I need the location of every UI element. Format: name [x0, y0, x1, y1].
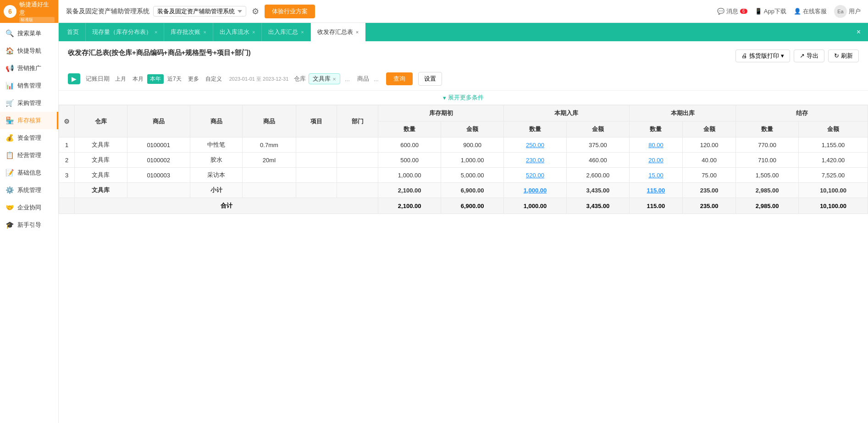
cell-spec-2 — [243, 168, 296, 183]
tabs-close-all-button[interactable]: × — [851, 28, 866, 36]
tab-label-4: 出入库汇总 — [268, 28, 298, 36]
filter-toggle-button[interactable]: ▶ — [68, 73, 80, 84]
cell-warehouse-1: 文具库 — [75, 153, 127, 168]
refresh-button[interactable]: ↻ 刷新 — [828, 49, 859, 62]
cell-no-3 — [59, 183, 75, 198]
cell-name-1: 胶水 — [190, 153, 243, 168]
trial-button[interactable]: 体验行业方案 — [265, 5, 315, 18]
sidebar-label-4: 采购管理 — [17, 99, 41, 107]
date-buttons: 上月本月本年近7天更多自定义 — [112, 74, 225, 84]
warehouse-tag[interactable]: 文具库 × — [309, 73, 340, 84]
cell-out-qty-0[interactable]: 80.00 — [629, 137, 682, 153]
sidebar-icon-2: 📢 — [6, 64, 14, 72]
user-menu[interactable]: Ea 用户 — [834, 5, 861, 18]
warehouse-filter-group: 仓库 文具库 × ... — [294, 73, 351, 84]
cell-out-qty-3[interactable]: 115.00 — [629, 183, 682, 198]
tab-5[interactable]: 收发存汇总表× — [311, 23, 365, 41]
online-service-button[interactable]: 👤 在线客服 — [794, 7, 827, 16]
cell-in-qty-2[interactable]: 520.00 — [504, 168, 567, 183]
sidebar-item-1[interactable]: 🏠快捷导航 — [0, 42, 58, 60]
message-button[interactable]: 💬 消息 6 — [717, 7, 747, 16]
query-button[interactable]: 查询 — [386, 72, 413, 85]
data-table: ⚙ 仓库 商品 商品 商品 项目 部门 库存期初 本期入库 本期出库 结存 — [59, 105, 868, 214]
cell-out-amount-2: 75.00 — [683, 168, 736, 183]
tab-2[interactable]: 库存批次账× — [164, 23, 213, 41]
cell-name-0: 中性笔 — [190, 137, 243, 153]
topbar-settings-button[interactable]: ⚙ — [250, 5, 261, 18]
tab-3[interactable]: 出入库流水× — [213, 23, 262, 41]
tab-4[interactable]: 出入库汇总× — [262, 23, 310, 41]
cell-out-amount-1: 40.00 — [683, 153, 736, 168]
date-btn-本年[interactable]: 本年 — [147, 74, 164, 84]
print-button[interactable]: 🖨 拣货版打印 ▾ — [735, 49, 790, 62]
print-icon: 🖨 — [741, 52, 747, 59]
date-btn-上月[interactable]: 上月 — [112, 74, 129, 84]
system-select[interactable]: 装备及固定资产辅助管理系统 — [153, 6, 246, 16]
cell-out-qty-1[interactable]: 20.00 — [629, 153, 682, 168]
col-out-amount-header: 金额 — [683, 121, 736, 137]
date-btn-近7天[interactable]: 近7天 — [165, 74, 184, 84]
message-badge: 6 — [740, 9, 747, 14]
tab-close-2[interactable]: × — [203, 29, 206, 35]
sidebar-item-2[interactable]: 📢营销推广 — [0, 60, 58, 77]
sidebar-item-10[interactable]: 🤝企业协同 — [0, 199, 58, 216]
sidebar-item-9[interactable]: ⚙️系统管理 — [0, 181, 58, 199]
date-btn-自定义[interactable]: 自定义 — [203, 74, 225, 84]
cell-close-qty-1: 710.00 — [736, 153, 799, 168]
cell-out-qty-2[interactable]: 15.00 — [629, 168, 682, 183]
cell-spec-1: 20ml — [243, 153, 296, 168]
table-footer-row: 合计 2,100.00 6,900.00 1,000.00 3,435.00 1… — [59, 198, 868, 214]
cell-name-3: 小计 — [190, 183, 243, 198]
cell-name-2: 采访本 — [190, 168, 243, 183]
warehouse-tag-close[interactable]: × — [332, 76, 336, 82]
goods-filter-group: 商品 ... — [357, 75, 381, 83]
settings-button[interactable]: 设置 — [418, 72, 442, 86]
sidebar-item-6[interactable]: 💰资金管理 — [0, 129, 58, 147]
tab-close-3[interactable]: × — [252, 29, 255, 35]
cell-close-qty-2: 1,505.00 — [736, 168, 799, 183]
sidebar-item-11[interactable]: 🎓新手引导 — [0, 216, 58, 234]
cell-in-qty-1[interactable]: 230.00 — [504, 153, 567, 168]
tab-close-4[interactable]: × — [301, 29, 304, 35]
table-row-3: 文具库 小计 2,100.00 6,900.00 1,000.00 3,435.… — [59, 183, 868, 198]
sidebar-label-8: 基础信息 — [17, 169, 41, 177]
tab-close-5[interactable]: × — [356, 29, 359, 35]
cell-in-amount-3: 3,435.00 — [566, 183, 629, 198]
sidebar-label-0: 搜索菜单 — [17, 29, 41, 38]
cell-dept-2 — [337, 168, 378, 183]
cell-open-amount-3: 6,900.00 — [441, 183, 504, 198]
cell-in-qty-0[interactable]: 250.00 — [504, 137, 567, 153]
sidebar-item-7[interactable]: 📋经营管理 — [0, 147, 58, 164]
tab-close-1[interactable]: × — [155, 29, 157, 35]
cell-in-qty-3[interactable]: 1,000.00 — [504, 183, 567, 198]
col-spec-header: 商品 — [243, 105, 296, 137]
system-title: 装备及固定资产辅助管理系统 — [66, 7, 149, 16]
cell-close-amount-3: 10,100.00 — [799, 183, 868, 198]
sidebar-icon-4: 🛒 — [6, 99, 14, 107]
chevron-down-icon: ▾ — [781, 52, 784, 59]
settings-col-icon[interactable]: ⚙ — [64, 118, 70, 125]
tab-1[interactable]: 现存量（库存分布表）× — [86, 23, 164, 41]
sidebar-item-3[interactable]: 📊销售管理 — [0, 77, 58, 94]
footer-in-amount: 3,435.00 — [566, 198, 629, 214]
col-in-amount-header: 金额 — [566, 121, 629, 137]
goods-ellipsis[interactable]: ... — [372, 76, 381, 82]
tab-0[interactable]: 首页 — [61, 23, 86, 41]
warehouse-ellipsis[interactable]: ... — [343, 76, 352, 82]
sidebar-item-0[interactable]: 🔍搜索菜单 — [0, 25, 58, 42]
date-btn-本月[interactable]: 本月 — [130, 74, 146, 84]
col-settings-header[interactable]: ⚙ — [59, 105, 75, 137]
sidebar-item-8[interactable]: 📝基础信息 — [0, 164, 58, 181]
topbar: 装备及固定资产辅助管理系统 装备及固定资产辅助管理系统 ⚙ 体验行业方案 💬 消… — [59, 0, 868, 23]
cell-code-3 — [127, 183, 190, 198]
app-download-button[interactable]: 📱 App下载 — [755, 7, 786, 16]
export-button[interactable]: ↗ 导出 — [794, 49, 824, 62]
cell-close-qty-3: 2,985.00 — [736, 183, 799, 198]
sidebar-item-5[interactable]: 🏪库存核算 — [0, 112, 58, 129]
sidebar-logo: 6 畅捷通好生意 标准版 — [0, 0, 58, 23]
date-btn-更多[interactable]: 更多 — [185, 74, 202, 84]
topbar-right: 💬 消息 6 📱 App下载 👤 在线客服 Ea 用户 — [717, 5, 861, 18]
sidebar-item-4[interactable]: 🛒采购管理 — [0, 94, 58, 112]
cell-no-1: 2 — [59, 153, 75, 168]
expand-more-button[interactable]: ▾ 展开更多条件 — [443, 93, 484, 102]
